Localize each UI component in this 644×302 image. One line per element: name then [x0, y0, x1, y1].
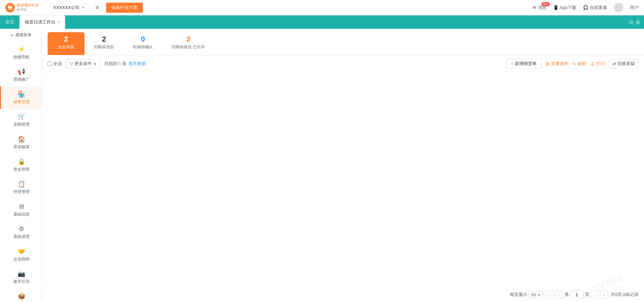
- tab-bar-actions: ⊟ ⊞: [629, 19, 644, 25]
- batch-icon: ⊞: [546, 61, 550, 66]
- guide-label: 新手引导: [13, 279, 30, 285]
- batch-label: 批量操作: [551, 61, 569, 67]
- sidebar-search[interactable]: ≡ 搜索菜单: [0, 29, 42, 42]
- stat-tab-overdue-out[interactable]: 2 到期未收款 已出库: [162, 32, 214, 55]
- search-menu-icon: ≡: [10, 33, 13, 38]
- switch-button[interactable]: ⇄ 切换新版: [609, 59, 639, 68]
- page-size-select: 每页显示 50 ∨: [510, 291, 543, 298]
- first-page-icon: «: [549, 292, 551, 297]
- switch-icon: ⇄: [612, 61, 616, 66]
- per-page-label: 每页显示: [510, 292, 527, 298]
- header-right: ✉ 消息 99+ 📱 App下载 🎧 在线客服 用户: [533, 3, 639, 12]
- basic-info-icon: ⊞: [19, 203, 24, 210]
- logo-text-area: 畅捷通好生意 标准版: [17, 3, 39, 12]
- sidebar-item-enterprise[interactable]: 🤝 企业协同: [0, 244, 42, 266]
- basic-info-label: 基础信息: [13, 212, 30, 217]
- company-name: XXXXXX公司: [53, 5, 79, 11]
- operation-icon: 📋: [18, 180, 25, 188]
- filter-label: 更多条件: [74, 61, 92, 67]
- page-suffix: 页: [585, 292, 589, 298]
- online-service-label: 在线客服: [590, 5, 607, 11]
- app-download-action[interactable]: 📱 App下载: [553, 5, 576, 11]
- stat-all-label: 全部单据: [58, 44, 74, 50]
- inventory-icon: 🏠: [18, 135, 25, 143]
- purchase-icon: 🛒: [18, 113, 25, 120]
- tab-home[interactable]: 首页: [0, 15, 19, 29]
- print-button[interactable]: 🖨 打印: [590, 61, 605, 67]
- company-selector[interactable]: XXXXXX公司 ▼: [50, 3, 89, 12]
- found-number: 0: [119, 61, 121, 66]
- total-info: 共0页,0条记录: [611, 292, 639, 298]
- message-action[interactable]: ✉ 消息 99+: [533, 5, 546, 11]
- sidebar-item-app-center[interactable]: 📦 应用中心: [0, 289, 42, 302]
- quick-nav-label: 快捷导航: [13, 54, 30, 60]
- page-size-dropdown[interactable]: 50 ∨: [529, 291, 543, 298]
- settings-button[interactable]: ⚙: [93, 3, 102, 12]
- switch-label: 切换新版: [618, 61, 635, 67]
- stat-tabs: 2 全部单据 2 到期未收款 0 旺辅待确认 2 到期未收款 已出库: [42, 29, 644, 55]
- quick-nav-icon: ⚡: [18, 46, 25, 53]
- tab-home-label: 首页: [5, 19, 14, 25]
- purchase-label: 采购管理: [13, 122, 30, 127]
- main-layout: ≡ 搜索菜单 ⚡ 快捷导航 📢 营销推广 🏪 销售管理 🛒 采购管理 🏠 库存核…: [0, 29, 644, 302]
- sidebar-item-inventory[interactable]: 🏠 库存核算: [0, 131, 42, 154]
- sidebar-item-capital[interactable]: 🔒 资金管理: [0, 154, 42, 176]
- tab-maximize-button[interactable]: ⊞: [636, 19, 640, 25]
- refresh-label: 刷新: [578, 61, 586, 67]
- filter-icon: ▽: [70, 61, 73, 66]
- per-page-arrow-icon: ∨: [537, 292, 541, 297]
- tab-minimize-button[interactable]: ⊟: [629, 19, 633, 25]
- refresh-icon: ↻: [573, 61, 576, 66]
- sidebar-item-system[interactable]: ⚙ 系统管理: [0, 221, 42, 244]
- sidebar-item-guide[interactable]: 📷 新手引导: [0, 266, 42, 289]
- refresh-button[interactable]: ↻ 刷新: [573, 61, 586, 67]
- online-service-action[interactable]: 🎧 在线客服: [583, 5, 607, 11]
- page-input[interactable]: [570, 291, 584, 299]
- tab-close-icon[interactable]: ×: [57, 20, 60, 24]
- batch-button[interactable]: ⊞ 批量操作: [546, 61, 569, 67]
- stat-tab-overdue[interactable]: 2 到期未收款: [85, 32, 123, 55]
- logo-sub: 标准版: [17, 7, 39, 12]
- pagination: 每页显示 50 ∨ « ‹ 第 页 ›: [42, 287, 644, 302]
- tab-workbench[interactable]: 钱货日清工作台 ×: [19, 15, 65, 29]
- found-link[interactable]: 相关单据: [128, 61, 146, 66]
- select-all-label: 全选: [53, 61, 62, 67]
- toolbar: 全选 ▽ 更多条件 ∨ 共找到 0 条 相关单据 + 新增销货单: [42, 55, 644, 72]
- filter-button[interactable]: ▽ 更多条件 ∨: [66, 59, 100, 68]
- sales-label: 销售管理: [13, 99, 30, 105]
- system-label: 系统管理: [13, 234, 30, 240]
- sidebar-item-purchase[interactable]: 🛒 采购管理: [0, 109, 42, 131]
- plus-icon: +: [511, 61, 514, 66]
- prev-page-button[interactable]: ‹: [555, 291, 563, 299]
- stat-tab-wangwang[interactable]: 0 旺辅待确认: [123, 32, 162, 55]
- table-area: [42, 72, 644, 287]
- logo-icon: 畅: [5, 3, 15, 12]
- sidebar-item-basic-info[interactable]: ⊞ 基础信息: [0, 199, 42, 221]
- sidebar-item-quick-nav[interactable]: ⚡ 快捷导航: [0, 42, 42, 64]
- search-menu-label: 搜索菜单: [15, 32, 32, 38]
- select-all-checkbox[interactable]: 全选: [48, 61, 62, 67]
- enterprise-icon: 🤝: [18, 248, 25, 255]
- select-all-input[interactable]: [48, 62, 52, 66]
- header-left: 畅 畅捷通好生意 标准版 XXXXXX公司 ▼ ⚙ 体验行业方案: [5, 3, 143, 13]
- sidebar-item-marketing[interactable]: 📢 营销推广: [0, 64, 42, 86]
- last-page-button[interactable]: »: [600, 291, 608, 299]
- system-icon: ⚙: [19, 225, 24, 233]
- username[interactable]: 用户: [630, 5, 639, 11]
- next-page-button[interactable]: ›: [591, 291, 599, 299]
- stat-tab-all[interactable]: 2 全部单据: [48, 32, 85, 55]
- logo-area: 畅 畅捷通好生意 标准版: [5, 3, 46, 12]
- settings-icon: ⚙: [95, 5, 99, 10]
- stat-overdue-label: 到期未收款: [94, 44, 114, 50]
- found-prefix: 共找到: [104, 61, 117, 66]
- message-icon: ✉: [533, 5, 536, 10]
- app-download-label: App下载: [560, 5, 576, 11]
- avatar[interactable]: [614, 3, 623, 12]
- new-sale-button[interactable]: + 新增销货单: [506, 59, 542, 69]
- logo-text: 畅捷通好生意: [17, 3, 39, 7]
- first-page-button[interactable]: «: [546, 291, 554, 299]
- sidebar-item-operation[interactable]: 📋 经营管理: [0, 176, 42, 199]
- found-unit: 条: [122, 61, 126, 66]
- sidebar-item-sales[interactable]: 🏪 销售管理: [0, 86, 42, 109]
- experience-button[interactable]: 体验行业方案: [106, 3, 143, 13]
